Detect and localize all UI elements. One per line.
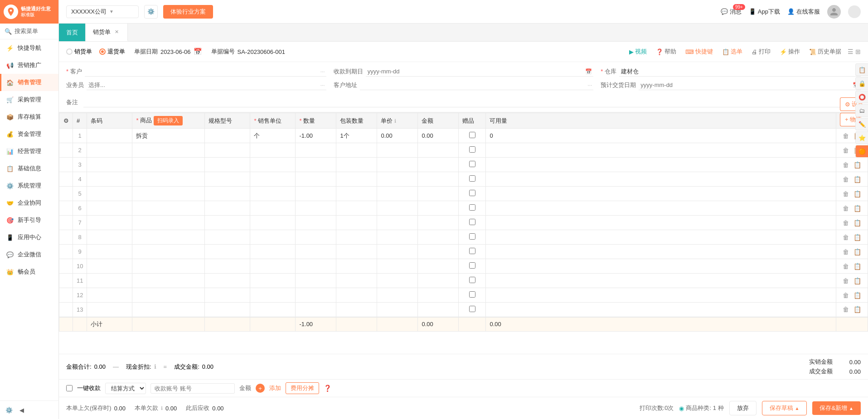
cell-unit[interactable] (250, 303, 296, 317)
cell-spec[interactable] (205, 158, 250, 172)
delete-icon[interactable]: 🗑 (841, 132, 850, 140)
customer-dots-icon[interactable]: ··· (319, 68, 326, 75)
cell-spec[interactable] (205, 259, 250, 274)
add-payment-button[interactable]: + (256, 384, 265, 393)
cell-amount[interactable] (418, 216, 459, 230)
gift-checkbox[interactable] (469, 291, 475, 298)
warehouse-input[interactable] (619, 67, 853, 76)
cell-qty[interactable] (296, 216, 336, 230)
cell-pkg-qty[interactable] (336, 245, 377, 259)
customer-addr-input[interactable] (360, 80, 587, 90)
cell-unit[interactable] (250, 245, 296, 259)
cell-spec[interactable] (205, 216, 250, 230)
delete-icon[interactable]: 🗑 (841, 263, 850, 270)
cell-product[interactable]: 拆贡 (132, 129, 205, 143)
scan-button[interactable]: 扫码录入 (154, 116, 183, 125)
cell-spec[interactable] (205, 230, 250, 245)
app-download-button[interactable]: 📱 App下载 (749, 8, 780, 16)
cell-amount[interactable]: 0.00 (418, 129, 459, 143)
account-input[interactable] (150, 383, 235, 394)
radio-sales-order[interactable]: 销货单 (66, 48, 92, 56)
sidebar-item-marketing[interactable]: 📢 营销推广 (0, 57, 58, 74)
copy-icon[interactable]: 📋 (852, 176, 863, 183)
abandon-button[interactable]: 放弃 (729, 401, 756, 415)
salesperson-dots-icon[interactable]: ··· (319, 82, 326, 88)
cell-qty[interactable] (296, 230, 336, 245)
cell-unit-price[interactable]: 0.00 (377, 129, 418, 143)
tab-home[interactable]: 首页 (59, 24, 86, 41)
sidebar-item-newbie[interactable]: 🎯 新手引导 (0, 212, 58, 229)
trial-button[interactable]: 体验行业方案 (163, 5, 213, 19)
cell-unit-price[interactable] (377, 187, 418, 201)
video-btn[interactable]: ▶ 视频 (626, 46, 650, 57)
delete-icon[interactable]: 🗑 (841, 277, 850, 284)
cell-barcode[interactable] (87, 259, 132, 274)
cell-unit[interactable] (250, 158, 296, 172)
salesperson-input[interactable] (87, 80, 319, 90)
gift-checkbox[interactable] (469, 219, 475, 225)
right-toolbar-btn-5[interactable]: ✏️ (855, 118, 868, 130)
cell-barcode[interactable] (87, 158, 132, 172)
cell-pkg-qty[interactable] (336, 216, 377, 230)
cell-qty[interactable]: -1.00 (296, 129, 336, 143)
sidebar-item-app-center[interactable]: 📱 应用中心 (0, 229, 58, 246)
cell-pkg-qty[interactable] (336, 259, 377, 274)
cell-spec[interactable] (205, 245, 250, 259)
delete-icon[interactable]: 🗑 (841, 248, 850, 255)
save-draft-button[interactable]: 保存草稿 ▲ (762, 401, 807, 415)
cell-unit[interactable] (250, 259, 296, 274)
cell-gift[interactable] (459, 216, 486, 230)
cell-barcode[interactable] (87, 201, 132, 216)
cell-barcode[interactable] (87, 230, 132, 245)
payment-method-select[interactable]: 结算方式 (105, 383, 146, 394)
copy-icon[interactable]: 📋 (852, 263, 863, 270)
gift-checkbox[interactable] (469, 262, 475, 269)
history-btn[interactable]: 📜 历史单据 (806, 46, 844, 57)
copy-icon[interactable]: 📋 (852, 234, 863, 241)
topbar-gear-button[interactable]: ⚙️ (144, 5, 158, 19)
gift-checkbox[interactable] (469, 175, 475, 182)
cell-pkg-qty[interactable] (336, 158, 377, 172)
radio-return-order[interactable]: 退货单 (99, 48, 125, 56)
copy-icon[interactable]: 📋 (852, 161, 863, 169)
due-date-input[interactable] (366, 67, 584, 76)
save-new-button[interactable]: 保存&新增 ▲ (812, 401, 861, 415)
col-settings[interactable]: ⚙ (59, 113, 73, 129)
cell-barcode[interactable] (87, 143, 132, 158)
right-toolbar-btn-4[interactable]: 🗂 (855, 104, 868, 117)
date-calendar-icon[interactable]: 📅 (194, 48, 202, 56)
cell-pkg-qty[interactable] (336, 143, 377, 158)
cell-unit[interactable] (250, 201, 296, 216)
cell-product[interactable] (132, 158, 205, 172)
delete-icon[interactable]: 🗑 (841, 219, 850, 226)
cell-unit-price[interactable] (377, 143, 418, 158)
copy-icon[interactable]: 📋 (852, 248, 863, 255)
delete-icon[interactable]: 🗑 (841, 306, 850, 313)
grid-view-icon[interactable]: ⊞ (855, 48, 861, 55)
cell-product[interactable] (132, 216, 205, 230)
cell-unit-price[interactable] (377, 259, 418, 274)
cell-unit-price[interactable] (377, 303, 418, 317)
sidebar-item-wechat[interactable]: 💬 企业微信 (0, 246, 58, 263)
cell-gift[interactable] (459, 187, 486, 201)
sidebar-item-purchase-mgmt[interactable]: 🛒 采购管理 (0, 91, 58, 108)
cell-pkg-qty[interactable] (336, 172, 377, 187)
notes-input[interactable] (83, 97, 861, 107)
shortcut-btn[interactable]: ⌨ 快捷键 (683, 46, 716, 57)
customer-addr-dots-icon[interactable]: ··· (586, 82, 593, 88)
gift-checkbox[interactable] (469, 248, 475, 254)
cell-gift[interactable] (459, 129, 486, 143)
cell-barcode[interactable] (87, 187, 132, 201)
cell-qty[interactable] (296, 245, 336, 259)
cell-qty[interactable] (296, 274, 336, 288)
cell-product[interactable] (132, 187, 205, 201)
gift-checkbox[interactable] (469, 146, 475, 153)
copy-icon[interactable]: 📋 (852, 205, 863, 212)
cell-unit-price[interactable] (377, 158, 418, 172)
cell-qty[interactable] (296, 201, 336, 216)
cell-amount[interactable] (418, 245, 459, 259)
copy-icon[interactable]: 📋 (852, 277, 863, 284)
cell-unit[interactable] (250, 143, 296, 158)
cell-qty[interactable] (296, 187, 336, 201)
sidebar-search[interactable]: 🔍 搜索菜单 (0, 24, 58, 39)
